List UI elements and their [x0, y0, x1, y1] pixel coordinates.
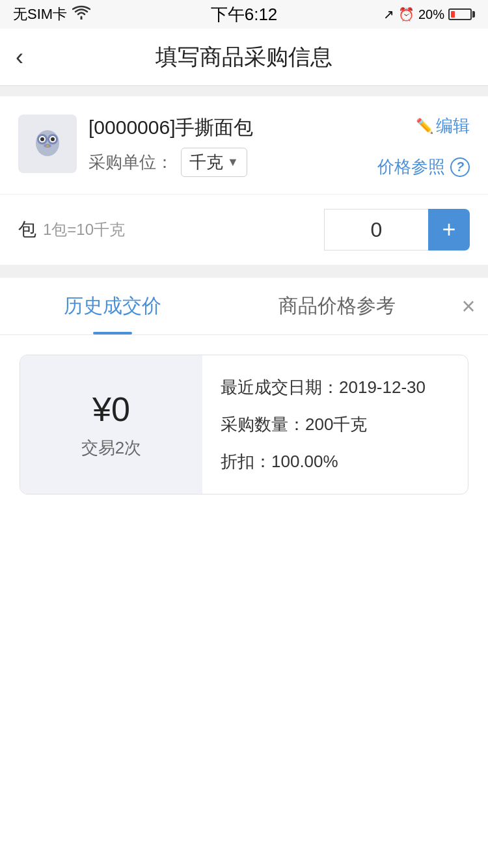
quantity-section: 包 1包=10千克 0 + — [0, 194, 488, 265]
purchase-qty-label: 采购数量： — [221, 414, 305, 434]
unit-conversion: 1包=10千克 — [43, 219, 125, 240]
svg-point-5 — [40, 137, 44, 141]
recent-date-row: 最近成交日期：2019-12-30 — [221, 375, 450, 400]
product-logo-icon — [28, 122, 67, 165]
status-left: 无SIM卡 — [13, 5, 90, 24]
page-title: 填写商品采购信息 — [156, 42, 332, 72]
nav-bar: ‹ 填写商品采购信息 — [0, 29, 488, 86]
quantity-value: 0 — [371, 218, 383, 242]
purchase-qty-value: 200千克 — [305, 414, 367, 434]
product-details: [0000006]手撕面包 采购单位： 千克 ▼ — [88, 115, 377, 177]
product-name: [0000006]手撕面包 — [88, 115, 377, 141]
recent-date-value: 2019-12-30 — [339, 377, 426, 397]
price-ref-help-icon[interactable]: ? — [450, 157, 470, 177]
unit-dropdown[interactable]: 千克 ▼ — [181, 148, 247, 177]
tab-history-price[interactable]: 历史成交价 — [0, 278, 224, 334]
tab-product-price-ref[interactable]: 商品价格参考 — [224, 278, 449, 334]
tabs-header: 历史成交价 商品价格参考 × — [0, 278, 488, 335]
product-card: [0000006]手撕面包 采购单位： 千克 ▼ ✏️ 编辑 价格参照 ? — [0, 96, 488, 194]
battery-icon — [448, 8, 475, 20]
plus-icon: + — [442, 216, 455, 243]
edit-icon: ✏️ — [416, 118, 433, 135]
status-right: ↗ ⏰ 20% — [383, 7, 475, 22]
location-icon: ↗ — [383, 7, 394, 22]
price-card: ¥0 交易2次 最近成交日期：2019-12-30 采购数量：200千克 折扣：… — [20, 355, 468, 495]
product-top-row: [0000006]手撕面包 采购单位： 千克 ▼ ✏️ 编辑 价格参照 ? — [18, 115, 470, 178]
purchase-qty-row: 采购数量：200千克 — [221, 412, 450, 437]
product-unit-row: 采购单位： 千克 ▼ — [88, 148, 377, 177]
price-right-panel: 最近成交日期：2019-12-30 采购数量：200千克 折扣：100.00% — [202, 355, 468, 494]
quantity-input[interactable]: 0 — [324, 209, 428, 251]
svg-point-6 — [51, 137, 55, 141]
wifi-icon — [72, 5, 90, 23]
price-amount: ¥0 — [92, 390, 130, 429]
quantity-input-row: 0 + — [324, 209, 470, 251]
product-thumbnail — [18, 115, 77, 173]
discount-value: 100.00% — [271, 452, 338, 471]
unit-value: 千克 — [189, 151, 223, 174]
no-sim-text: 无SIM卡 — [13, 5, 67, 24]
quantity-plus-button[interactable]: + — [428, 209, 470, 251]
discount-row: 折扣：100.00% — [221, 449, 450, 474]
trade-count: 交易2次 — [81, 437, 141, 459]
unit-box-icon: 包 — [18, 217, 36, 242]
discount-label: 折扣： — [221, 452, 271, 471]
status-time: 下午6:12 — [211, 3, 278, 26]
status-bar: 无SIM卡 下午6:12 ↗ ⏰ 20% — [0, 0, 488, 29]
edit-label: 编辑 — [436, 115, 470, 137]
tab-product-price-ref-label: 商品价格参考 — [278, 293, 396, 319]
section-divider — [0, 265, 488, 278]
battery-percent: 20% — [418, 7, 444, 22]
tab-active-indicator — [93, 332, 132, 334]
tab-history-price-label: 历史成交价 — [64, 293, 161, 319]
price-left-panel: ¥0 交易2次 — [20, 355, 202, 494]
price-value: 0 — [111, 390, 130, 428]
back-button[interactable]: ‹ — [16, 44, 23, 71]
unit-label: 采购单位： — [88, 151, 173, 174]
close-icon: × — [461, 293, 475, 320]
dropdown-arrow-icon: ▼ — [227, 156, 239, 169]
tabs-section: 历史成交价 商品价格参考 × ¥0 交易2次 最近成交日期：2019-12-30… — [0, 278, 488, 868]
price-ref-row: 价格参照 ? — [377, 156, 470, 178]
recent-date-label: 最近成交日期： — [221, 377, 339, 397]
tab-close-button[interactable]: × — [449, 278, 488, 335]
quantity-unit-label: 包 1包=10千克 — [18, 217, 125, 242]
product-info-left: [0000006]手撕面包 采购单位： 千克 ▼ — [18, 115, 377, 177]
edit-button[interactable]: ✏️ 编辑 — [416, 115, 470, 137]
top-divider — [0, 86, 488, 96]
content-below — [0, 514, 488, 868]
price-ref-label[interactable]: 价格参照 — [377, 156, 445, 178]
currency-symbol: ¥ — [92, 390, 111, 428]
alarm-icon: ⏰ — [398, 7, 414, 22]
